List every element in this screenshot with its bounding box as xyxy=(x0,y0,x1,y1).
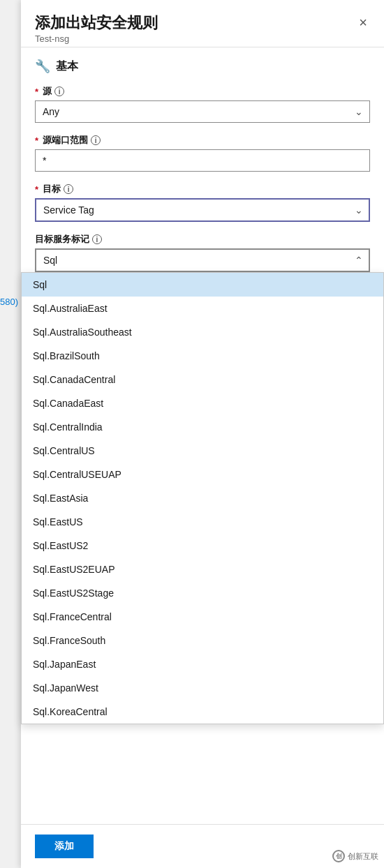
destination-required: * xyxy=(35,184,38,195)
close-button[interactable]: × xyxy=(356,15,370,29)
dropdown-item[interactable]: Sql.CanadaEast xyxy=(22,391,383,415)
dropdown-item[interactable]: Sql.KoreaCentral xyxy=(22,700,383,724)
section-header: 🔧 基本 xyxy=(35,59,370,74)
source-port-input[interactable] xyxy=(35,149,370,172)
dest-service-tag-group: 目标服务标记 i Sql ⌃ SqlSql.AustraliaEastSql.A… xyxy=(35,233,370,272)
dropdown-item[interactable]: Sql.EastUS xyxy=(22,510,383,534)
dest-service-tag-label-text: 目标服务标记 xyxy=(35,233,89,246)
watermark-text: 创新互联 xyxy=(348,851,378,862)
dest-service-tag-info-icon[interactable]: i xyxy=(92,234,102,244)
dropdown-item[interactable]: Sql.JapanEast xyxy=(22,652,383,676)
dropdown-item[interactable]: Sql.CentralUS xyxy=(22,439,383,463)
source-required: * xyxy=(35,87,38,97)
panel-subtitle: Test-nsg xyxy=(35,33,158,44)
dropdown-item[interactable]: Sql.BrazilSouth xyxy=(22,344,383,368)
source-info-icon[interactable]: i xyxy=(54,87,64,96)
destination-select-wrapper: Service Tag Any IP Addresses Application… xyxy=(35,198,370,222)
dropdown-item[interactable]: Sql.EastUS2EUAP xyxy=(22,558,383,581)
panel-header: 添加出站安全规则 Test-nsg × xyxy=(21,0,384,47)
dropdown-item[interactable]: Sql.CentralIndia xyxy=(22,415,383,439)
section-title: 基本 xyxy=(56,59,78,74)
bottom-bar: 添加 xyxy=(21,824,384,868)
dropdown-item[interactable]: Sql.JapanWest xyxy=(22,676,383,700)
dropdown-item[interactable]: Sql.CentralUSEUAP xyxy=(22,463,383,486)
source-port-label-text: 源端口范围 xyxy=(43,134,88,147)
source-port-label-row: * 源端口范围 i xyxy=(35,134,370,147)
title-block: 添加出站安全规则 Test-nsg xyxy=(35,14,158,44)
destination-select[interactable]: Service Tag Any IP Addresses Application… xyxy=(35,198,370,222)
source-label-text: 源 xyxy=(43,85,52,98)
add-button[interactable]: 添加 xyxy=(35,835,94,858)
destination-info-icon[interactable]: i xyxy=(64,184,73,194)
destination-group: * 目标 i Service Tag Any IP Addresses Appl… xyxy=(35,183,370,222)
source-port-info-icon[interactable]: i xyxy=(91,135,101,145)
source-port-required: * xyxy=(35,135,38,146)
source-group: * 源 i Any IP Addresses Service Tag Appli… xyxy=(35,85,370,123)
wrench-icon: 🔧 xyxy=(35,59,50,74)
dropdown-item[interactable]: Sql.EastUS2 xyxy=(22,534,383,558)
panel-body: 🔧 基本 * 源 i Any IP Addresses Service Tag … xyxy=(21,47,384,824)
watermark: 创 创新互联 xyxy=(332,850,378,862)
panel-title: 添加出站安全规则 xyxy=(35,14,158,32)
dropdown-item[interactable]: Sql xyxy=(22,273,383,297)
watermark-icon: 创 xyxy=(332,850,345,862)
source-select-wrapper: Any IP Addresses Service Tag Application… xyxy=(35,100,370,123)
source-port-group: * 源端口范围 i xyxy=(35,134,370,172)
dropdown-item[interactable]: Sql.AustraliaSoutheast xyxy=(22,320,383,344)
dest-service-tag-select-wrapper: Sql ⌃ xyxy=(35,248,370,272)
destination-label-row: * 目标 i xyxy=(35,183,370,195)
destination-label-text: 目标 xyxy=(43,183,61,195)
dropdown-item[interactable]: Sql.AustraliaEast xyxy=(22,297,383,320)
dest-service-tag-select[interactable]: Sql xyxy=(35,248,370,272)
source-label-row: * 源 i xyxy=(35,85,370,98)
side-panel: 添加出站安全规则 Test-nsg × 🔧 基本 * 源 i Any IP Ad… xyxy=(21,0,384,868)
dropdown-item[interactable]: Sql.FranceCentral xyxy=(22,605,383,629)
dropdown-item[interactable]: Sql.EastUS2Stage xyxy=(22,581,383,605)
dropdown-item[interactable]: Sql.CanadaCentral xyxy=(22,368,383,391)
dropdown-item[interactable]: Sql.EastAsia xyxy=(22,486,383,510)
dropdown-item[interactable]: Sql.FranceSouth xyxy=(22,629,383,652)
dest-service-tag-label-row: 目标服务标记 i xyxy=(35,233,370,246)
dest-service-tag-dropdown-list: SqlSql.AustraliaEastSql.AustraliaSouthea… xyxy=(21,272,384,724)
left-edge-text: 580) xyxy=(0,297,18,307)
source-select[interactable]: Any IP Addresses Service Tag Application… xyxy=(35,100,370,123)
